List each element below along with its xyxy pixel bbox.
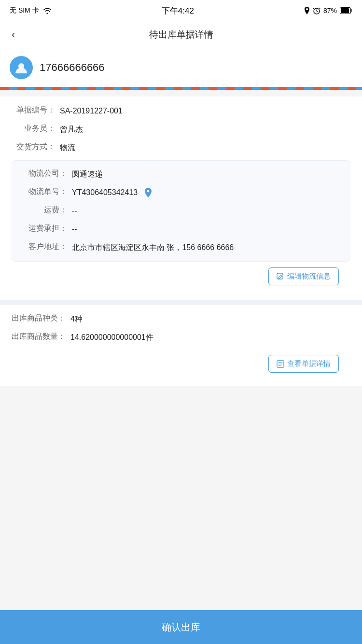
bottom-spacer <box>0 386 362 444</box>
alarm-icon <box>313 7 320 14</box>
nav-bar: ‹ 待出库单据详情 <box>0 21 362 48</box>
carrier-text: 无 SIM 卡 <box>10 6 39 15</box>
battery-text: 87% <box>323 7 337 14</box>
address-value: 北京市市辖区海淀区永丰南 张，156 6666 6666 <box>72 242 338 253</box>
order-no-value: SA-20191227-001 <box>60 105 350 117</box>
freight-value: -- <box>72 205 338 217</box>
status-carrier: 无 SIM 卡 <box>10 6 52 15</box>
staff-row: 业务员： 曾凡杰 <box>12 124 350 135</box>
address-row: 客户地址： 北京市市辖区海淀区永丰南 张，156 6666 6666 <box>24 242 338 253</box>
goods-quantity-label: 出库商品数量： <box>12 332 66 342</box>
back-button[interactable]: ‹ <box>8 25 19 45</box>
delivery-label: 交货方式： <box>12 142 55 152</box>
delivery-value: 物流 <box>60 142 350 154</box>
goods-quantity-value: 14.620000000000001件 <box>70 332 350 343</box>
tracking-value: YT4306405342413 <box>72 187 338 198</box>
location-status-icon <box>304 7 310 14</box>
edit-logistics-label: 编辑物流信息 <box>287 272 331 281</box>
tracking-label: 物流单号： <box>24 187 67 197</box>
order-info-section: 单据编号： SA-20191227-001 业务员： 曾凡杰 交货方式： 物流 … <box>0 97 362 300</box>
staff-label: 业务员： <box>12 124 55 134</box>
logistics-company-value: 圆通速递 <box>72 168 338 180</box>
edit-icon <box>277 273 284 280</box>
view-detail-label: 查看单据详情 <box>287 359 331 368</box>
separator <box>0 300 362 305</box>
logistics-company-label: 物流公司： <box>24 168 67 179</box>
status-bar: 无 SIM 卡 下午4:42 87% <box>0 0 362 21</box>
view-detail-button[interactable]: 查看单据详情 <box>268 355 339 373</box>
user-phone: 17666666666 <box>40 61 105 74</box>
confirm-bar[interactable]: 确认出库 <box>0 610 362 644</box>
status-right: 87% <box>304 7 352 14</box>
order-no-row: 单据编号： SA-20191227-001 <box>12 105 350 117</box>
goods-section: 出库商品种类： 4种 出库商品数量： 14.620000000000001件 查… <box>0 305 362 386</box>
logistics-company-row: 物流公司： 圆通速递 <box>24 168 338 180</box>
tracking-row: 物流单号： YT4306405342413 <box>24 187 338 198</box>
delivery-row: 交货方式： 物流 <box>12 142 350 154</box>
tracking-number: YT4306405342413 <box>72 187 138 198</box>
freight-row: 运费： -- <box>24 205 338 217</box>
page-title: 待出库单据详情 <box>149 28 213 41</box>
dashed-divider <box>0 87 362 90</box>
avatar <box>10 56 33 79</box>
map-pin-icon[interactable] <box>142 187 154 198</box>
avatar-icon <box>14 61 28 74</box>
freight-label: 运费： <box>24 205 67 215</box>
edit-logistics-button[interactable]: 编辑物流信息 <box>268 267 339 285</box>
goods-quantity-row: 出库商品数量： 14.620000000000001件 <box>12 332 350 343</box>
freight-bearer-row: 运费承担： -- <box>24 224 338 235</box>
view-detail-btn-container: 查看单据详情 <box>12 350 350 378</box>
order-no-label: 单据编号： <box>12 105 55 115</box>
svg-rect-2 <box>341 8 349 13</box>
goods-type-label: 出库商品种类： <box>12 313 66 323</box>
freight-bearer-value: -- <box>72 224 338 235</box>
address-label: 客户地址： <box>24 242 67 252</box>
goods-type-row: 出库商品种类： 4种 <box>12 313 350 325</box>
logistics-card: 物流公司： 圆通速递 物流单号： YT4306405342413 运费： -- … <box>12 160 350 262</box>
wifi-icon <box>43 7 52 14</box>
list-icon <box>277 360 284 368</box>
battery-icon <box>340 7 352 14</box>
freight-bearer-label: 运费承担： <box>24 224 67 234</box>
goods-type-value: 4种 <box>70 313 350 325</box>
staff-value: 曾凡杰 <box>60 124 350 135</box>
edit-logistics-btn-container: 编辑物流信息 <box>12 262 350 291</box>
confirm-button-label: 确认出库 <box>162 621 200 634</box>
user-header: 17666666666 <box>0 48 362 87</box>
status-time: 下午4:42 <box>162 5 194 16</box>
